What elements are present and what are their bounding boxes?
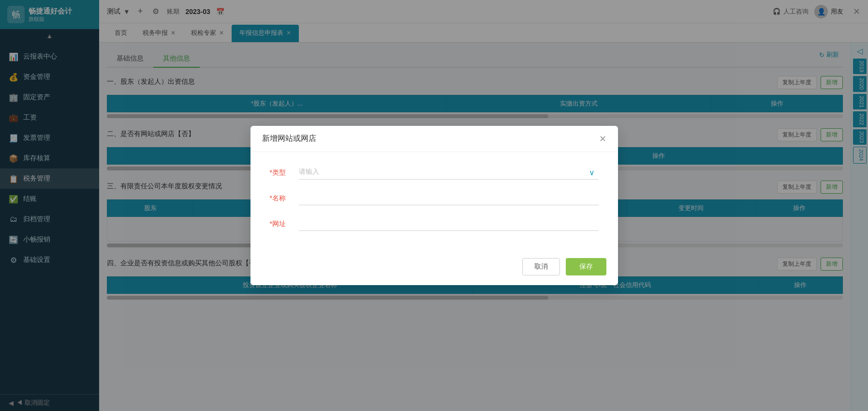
- form-label-url: *网址: [270, 220, 299, 228]
- form-row-name: *名称: [270, 191, 599, 205]
- form-row-url: *网址: [270, 217, 599, 231]
- dialog-body: *类型 ∨ *名称 *网址: [250, 152, 618, 252]
- form-input-wrap-url: [299, 217, 599, 231]
- dropdown-arrow-icon[interactable]: ∨: [589, 168, 595, 177]
- dialog-close-button[interactable]: ✕: [599, 135, 606, 143]
- form-row-type: *类型 ∨: [270, 166, 599, 180]
- save-button[interactable]: 保存: [566, 258, 606, 275]
- form-input-url[interactable]: [299, 217, 599, 228]
- cancel-button[interactable]: 取消: [522, 258, 560, 275]
- dialog-header: 新增网站或网店 ✕: [250, 126, 618, 152]
- dialog-title: 新增网站或网店: [262, 134, 316, 144]
- form-label-name: *名称: [270, 194, 299, 203]
- form-label-type: *类型: [270, 168, 299, 177]
- add-website-dialog: 新增网站或网店 ✕ *类型 ∨ *名称 *网址 取消 保存: [250, 126, 618, 285]
- form-input-wrap-type: ∨: [299, 166, 599, 180]
- dialog-footer: 取消 保存: [250, 252, 618, 285]
- form-input-wrap-name: [299, 191, 599, 205]
- form-input-name[interactable]: [299, 191, 599, 203]
- form-input-type[interactable]: [299, 166, 599, 177]
- modal-overlay: 新增网站或网店 ✕ *类型 ∨ *名称 *网址 取消 保存: [0, 0, 868, 411]
